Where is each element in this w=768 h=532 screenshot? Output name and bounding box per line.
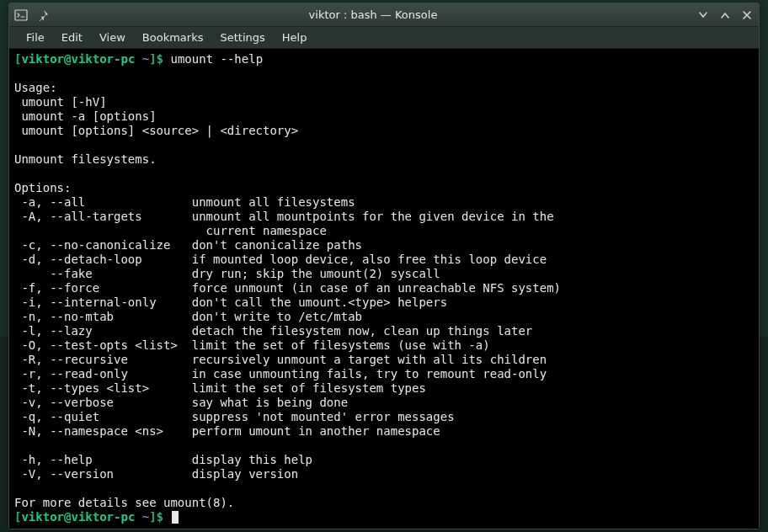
output-option-16: -N, --namespace <ns> perform umount in a… xyxy=(14,424,440,438)
prompt-user: viktor xyxy=(21,52,64,66)
output-option-9: -l, --lazy detach the filesystem now, cl… xyxy=(14,324,532,338)
maximize-button[interactable] xyxy=(718,8,732,22)
output-usage-header: Usage: xyxy=(14,81,57,94)
app-terminal-icon xyxy=(14,8,28,22)
output-usage-line-1: umount -a [options] xyxy=(14,109,157,123)
konsole-window: viktor : bash — Konsole File Edit View B… xyxy=(8,3,760,529)
terminal-area[interactable]: [viktor@viktor-pc ~]$ umount --help Usag… xyxy=(9,49,759,529)
output-option-15: -q, --quiet suppress 'not mounted' error… xyxy=(14,410,455,423)
menu-bookmarks[interactable]: Bookmarks xyxy=(134,28,212,47)
prompt-sigil-2: $ xyxy=(157,510,163,524)
pin-icon[interactable] xyxy=(36,8,50,22)
prompt-line-2: [viktor@viktor-pc ~]$ xyxy=(14,510,179,524)
window-title: viktor : bash — Konsole xyxy=(50,8,696,21)
output-option-18: -h, --help display this help xyxy=(14,453,312,466)
output-option-0: -a, --all unmount all filesystems xyxy=(14,195,355,209)
output-option-3: -c, --no-canonicalize don't canonicalize… xyxy=(14,238,362,252)
minimize-button[interactable] xyxy=(696,8,710,22)
output-option-1: -A, --all-targets unmount all mountpoint… xyxy=(14,210,554,223)
prompt-path-2: ~ xyxy=(135,510,149,524)
output-option-13: -t, --types <list> limit the set of file… xyxy=(14,381,426,395)
output-footer: For more details see umount(8). xyxy=(14,496,234,509)
output-option-10: -O, --test-opts <list> limit the set of … xyxy=(14,338,490,352)
menu-view[interactable]: View xyxy=(91,28,134,47)
menu-edit[interactable]: Edit xyxy=(53,28,91,47)
output-option-19: -V, --version display version xyxy=(14,467,298,481)
output-usage-line-0: umount [-hV] xyxy=(14,95,107,109)
output-option-14: -v, --verbose say what is being done xyxy=(14,396,348,409)
prompt-sigil: $ xyxy=(157,52,163,66)
menu-file[interactable]: File xyxy=(18,28,53,47)
output-option-7: -i, --internal-only don't call the umoun… xyxy=(14,295,447,309)
prompt-user-2: viktor xyxy=(21,510,64,524)
output-usage-line-2: umount [options] <source> | <directory> xyxy=(14,124,298,137)
output-option-6: -f, --force force unmount (in case of an… xyxy=(14,281,561,295)
cursor xyxy=(172,511,179,524)
prompt-close-bracket-2: ] xyxy=(149,510,156,524)
output-option-2: current namespace xyxy=(14,224,327,237)
prompt-host: viktor-pc xyxy=(71,52,135,66)
prompt-line-1: [viktor@viktor-pc ~]$ umount --help xyxy=(14,52,263,66)
output-option-11: -R, --recursive recursively unmount a ta… xyxy=(14,353,547,366)
prompt-close-bracket: ] xyxy=(149,52,156,66)
prompt-host-2: viktor-pc xyxy=(71,510,135,524)
prompt-path: ~ xyxy=(135,52,149,66)
command-text: umount --help xyxy=(170,52,263,66)
output-options-header: Options: xyxy=(14,181,71,194)
titlebar[interactable]: viktor : bash — Konsole xyxy=(9,3,759,27)
close-button[interactable] xyxy=(740,8,754,22)
menu-help[interactable]: Help xyxy=(274,28,316,47)
output-option-8: -n, --no-mtab don't write to /etc/mtab xyxy=(14,310,362,323)
menubar: File Edit View Bookmarks Settings Help xyxy=(9,27,759,49)
output-desc: Unmount filesystems. xyxy=(14,152,157,166)
output-option-4: -d, --detach-loop if mounted loop device… xyxy=(14,253,547,266)
output-option-12: -r, --read-only in case unmounting fails… xyxy=(14,367,547,380)
output-option-5: --fake dry run; skip the umount(2) sysca… xyxy=(14,267,440,280)
svg-rect-0 xyxy=(15,10,27,20)
menu-settings[interactable]: Settings xyxy=(211,28,273,47)
